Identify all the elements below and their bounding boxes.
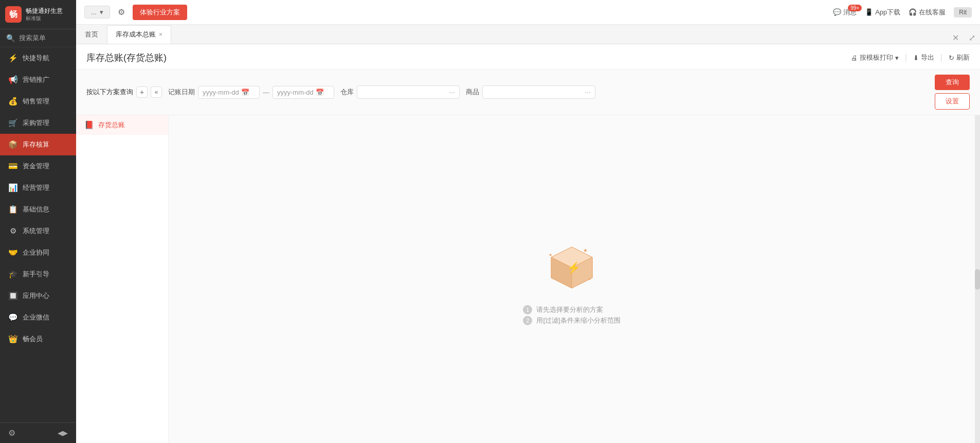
wechat-icon: 💬	[8, 313, 17, 322]
product-input[interactable]: ···	[482, 85, 595, 99]
filter-warehouse-group: 仓库 ···	[340, 85, 460, 99]
headset-icon: 🎧	[909, 8, 917, 16]
filter-section-label: 按以下方案查询 + «	[86, 86, 162, 98]
sidebar-item-label: 库存核算	[23, 140, 49, 149]
topbar-app-download[interactable]: 📱 App下载	[865, 8, 900, 17]
panel-item-label: 存货总账	[98, 120, 125, 130]
left-panel: 📕 存货总账	[76, 115, 169, 443]
tabsbar: 首页 库存成本总账 × ✕ ⤢	[76, 25, 980, 44]
settings-button[interactable]: 设置	[935, 93, 970, 110]
user-label: Rit	[959, 9, 967, 16]
tab-inventory-ledger[interactable]: 库存成本总账 ×	[107, 25, 171, 44]
hint1-num: 1	[523, 305, 532, 314]
filter-add-button[interactable]: +	[136, 86, 148, 98]
empty-illustration: ⚡ ★ ★ ✦	[541, 232, 603, 293]
panel-item-stock-ledger[interactable]: 📕 存货总账	[76, 115, 168, 135]
date-from-input[interactable]: yyyy-mm-dd 📅	[198, 86, 260, 99]
right-edge-scrollbar[interactable]	[975, 115, 980, 443]
hint2-num: 2	[523, 316, 532, 325]
filter-product-group: 商品 ···	[466, 85, 595, 99]
print-btn[interactable]: 🖨 按模板打印 ▾	[851, 53, 899, 62]
topbar-user[interactable]: Rit	[954, 7, 972, 17]
sidebar-item-operation[interactable]: 📊 经营管理	[0, 177, 76, 199]
print-label: 按模板打印	[860, 53, 893, 62]
message-icon: 💬	[833, 8, 841, 16]
sidebar-item-marketing[interactable]: 📢 营销推广	[0, 69, 76, 91]
member-icon: 👑	[8, 334, 17, 344]
sidebar-nav: ⚡ 快捷导航 📢 营销推广 💰 销售管理 🛒 采购管理 📦 库存核算 💳 资金管…	[0, 47, 76, 422]
warehouse-input[interactable]: ···	[357, 85, 460, 99]
hint2-text: 用[过滤]条件来缩小分析范围	[536, 316, 620, 325]
sidebar-toggle-icon[interactable]: ◀▶	[58, 429, 68, 437]
sidebar-item-newbie[interactable]: 🎓 新手引导	[0, 263, 76, 285]
sidebar-item-quick-nav[interactable]: ⚡ 快捷导航	[0, 47, 76, 69]
date-to-placeholder: yyyy-mm-dd	[277, 88, 314, 96]
svg-text:★: ★	[549, 253, 552, 257]
page-title: 库存总账(存货总账)	[86, 51, 167, 64]
date-to-input[interactable]: yyyy-mm-dd 📅	[273, 86, 334, 99]
breadcrumb-text: ...	[91, 8, 97, 16]
main-area: ... ▾ ⚙ 体验行业方案 💬 消息 99+ 📱 App下载 🎧 在线客服 R…	[76, 0, 980, 443]
date-from-placeholder: yyyy-mm-dd	[203, 88, 239, 96]
print-icon: 🖨	[851, 54, 858, 62]
sidebar-item-coop[interactable]: 🤝 企业协同	[0, 242, 76, 263]
sidebar-settings-icon[interactable]: ⚙	[8, 428, 15, 438]
sidebar-item-inventory[interactable]: 📦 库存核算	[0, 134, 76, 155]
sidebar-item-purchase[interactable]: 🛒 采购管理	[0, 112, 76, 134]
coop-icon: 🤝	[8, 248, 17, 257]
app-icon: 📱	[865, 8, 873, 16]
sidebar-item-system[interactable]: ⚙ 系统管理	[0, 220, 76, 242]
product-label: 商品	[466, 87, 479, 97]
sidebar-bottom: ⚙ ◀▶	[0, 422, 76, 443]
sidebar-search-label: 搜索菜单	[19, 33, 46, 43]
scrollbar-handle[interactable]	[975, 269, 980, 290]
export-btn[interactable]: ⬇ 导出	[913, 53, 934, 62]
message-badge: 99+	[848, 5, 862, 11]
sidebar-item-wechat[interactable]: 💬 企业微信	[0, 307, 76, 328]
sidebar-item-basic[interactable]: 📋 基础信息	[0, 199, 76, 220]
topbar-settings-icon[interactable]: ⚙	[114, 5, 129, 20]
sidebar-search[interactable]: 🔍 搜索菜单	[0, 29, 76, 47]
sidebar-item-member[interactable]: 👑 畅会员	[0, 328, 76, 350]
sidebar-item-label: 资金管理	[23, 162, 49, 171]
system-icon: ⚙	[8, 226, 17, 236]
refresh-btn[interactable]: ↻ 刷新	[949, 53, 970, 62]
topbar: ... ▾ ⚙ 体验行业方案 💬 消息 99+ 📱 App下载 🎧 在线客服 R…	[76, 0, 980, 25]
expand-button[interactable]: ⤢	[966, 31, 978, 44]
breadcrumb-dropdown-icon: ▾	[100, 8, 103, 16]
breadcrumb[interactable]: ... ▾	[84, 6, 110, 19]
query-button[interactable]: 查询	[935, 75, 970, 90]
tab-close-icon[interactable]: ×	[159, 31, 162, 38]
topbar-right: 💬 消息 99+ 📱 App下载 🎧 在线客服 Rit	[833, 7, 972, 17]
sales-icon: 💰	[8, 97, 17, 106]
svg-text:⚡: ⚡	[567, 261, 581, 275]
quick-nav-icon: ⚡	[8, 54, 17, 63]
app-label: App下载	[875, 8, 900, 17]
sidebar-item-label: 应用中心	[23, 291, 49, 300]
print-dropdown-icon: ▾	[895, 54, 899, 62]
content: 库存总账(存货总账) 🖨 按模板打印 ▾ | ⬇ 导出 | ↻ 刷新	[76, 44, 980, 443]
tab-home[interactable]: 首页	[76, 25, 107, 44]
sidebar-item-label: 企业协同	[23, 248, 49, 257]
date-separator: —	[263, 88, 269, 96]
product-dots-icon: ···	[585, 88, 591, 96]
sidebar-item-appstore[interactable]: 🔲 应用中心	[0, 285, 76, 307]
sidebar-item-finance[interactable]: 💳 资金管理	[0, 155, 76, 177]
svg-text:★: ★	[583, 247, 588, 253]
service-label: 在线客服	[919, 8, 946, 17]
filter-btn-group: 查询 设置	[935, 75, 970, 110]
topbar-online-service[interactable]: 🎧 在线客服	[909, 8, 946, 17]
sidebar-item-label: 营销推广	[23, 75, 49, 84]
filter-collapse-button[interactable]: «	[151, 86, 162, 98]
finance-icon: 💳	[8, 162, 17, 171]
refresh-icon: ↻	[949, 54, 954, 62]
empty-hints: 1 请先选择要分析的方案 2 用[过滤]条件来缩小分析范围	[523, 304, 620, 327]
sidebar-item-label: 经营管理	[23, 183, 49, 192]
industry-btn[interactable]: 体验行业方案	[133, 5, 187, 20]
export-icon: ⬇	[913, 54, 919, 62]
logo-name: 畅捷通好生意	[26, 7, 63, 15]
topbar-message[interactable]: 💬 消息 99+	[833, 8, 857, 17]
sidebar-item-sales[interactable]: 💰 销售管理	[0, 91, 76, 112]
close-panel-button[interactable]: ✕	[949, 31, 961, 44]
marketing-icon: 📢	[8, 75, 17, 84]
